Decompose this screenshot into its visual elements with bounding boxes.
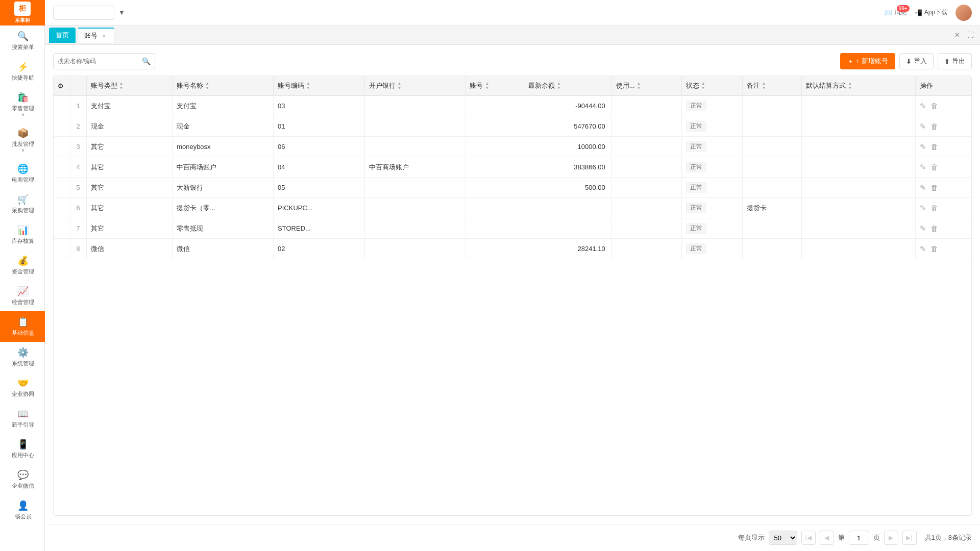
tab-maximize-button[interactable]: ⛶ — [965, 30, 976, 41]
edit-icon[interactable]: ✎ — [920, 244, 926, 254]
row-code: STORED... — [274, 218, 364, 239]
th-usage[interactable]: 使用... ▲▼ — [611, 76, 681, 96]
edit-icon[interactable]: ✎ — [920, 163, 926, 172]
th-default-settlement[interactable]: 默认结算方式 ▲▼ — [802, 76, 916, 96]
page-number-input[interactable] — [849, 531, 869, 545]
topbar-dropdown[interactable]: ▼ — [118, 9, 125, 16]
first-page-button[interactable]: |◀ — [801, 531, 816, 545]
import-button[interactable]: ⬇ 导入 — [899, 53, 934, 69]
table-row: 2 现金 现金 01 547670.00 正常 ✎ 🗑 — [54, 116, 971, 137]
page-size-select[interactable]: 50 100 200 — [769, 531, 797, 545]
row-default-settlement — [802, 96, 916, 116]
retail-icon: 🛍️ — [17, 92, 29, 103]
delete-icon[interactable]: 🗑 — [930, 142, 938, 151]
sidebar-item-search[interactable]: 🔍 搜索菜单 — [0, 26, 45, 56]
sidebar-item-system[interactable]: ⚙️ 系统管理 — [0, 342, 45, 372]
tab-close-button[interactable]: × — [101, 32, 108, 39]
app-logo[interactable]: 柜 乐掌柜 — [0, 0, 45, 26]
tab-controls: ✕ ⛶ — [951, 30, 976, 41]
message-icon: ✉️ — [885, 9, 892, 16]
edit-icon[interactable]: ✎ — [920, 122, 926, 131]
th-balance[interactable]: 最新余额 ▲▼ — [524, 76, 611, 96]
delete-icon[interactable]: 🗑 — [930, 244, 938, 253]
th-status[interactable]: 状态 ▲▼ — [681, 76, 742, 96]
edit-icon[interactable]: ✎ — [920, 183, 926, 192]
row-actions: ✎ 🗑 — [915, 96, 971, 116]
sort-arrows-usage: ▲▼ — [637, 81, 641, 90]
delete-icon[interactable]: 🗑 — [930, 183, 938, 192]
topbar-search-input[interactable] — [53, 6, 114, 20]
delete-icon[interactable]: 🗑 — [930, 204, 938, 212]
app-download-button[interactable]: 📲 App下载 — [915, 8, 947, 17]
edit-icon[interactable]: ✎ — [920, 204, 926, 213]
row-balance: 383866.00 — [524, 157, 611, 178]
th-type[interactable]: 账号类型 ▲▼ — [86, 76, 173, 96]
tabbar: 首页 账号 × ✕ ⛶ — [45, 26, 980, 45]
th-code[interactable]: 账号编码 ▲▼ — [274, 76, 364, 96]
row-bank — [364, 137, 465, 157]
last-page-button[interactable]: ▶| — [902, 531, 917, 545]
sort-arrows-settlement: ▲▼ — [848, 81, 852, 90]
tab-home[interactable]: 首页 — [49, 28, 76, 43]
delete-icon[interactable]: 🗑 — [930, 122, 938, 131]
sidebar-item-retail[interactable]: 🛍️ 零售管理 ▼ — [0, 87, 45, 122]
maximize-icon: ⛶ — [967, 31, 974, 39]
row-status: 正常 — [681, 137, 742, 157]
user-avatar[interactable] — [955, 5, 972, 21]
home-tab-label: 首页 — [56, 31, 69, 40]
th-remark[interactable]: 备注 ▲▼ — [742, 76, 802, 96]
export-icon: ⬆ — [944, 58, 950, 65]
row-code: 02 — [274, 239, 364, 259]
th-name[interactable]: 账号名称 ▲▼ — [173, 76, 274, 96]
search-menu-icon: 🔍 — [17, 31, 29, 42]
message-button[interactable]: ✉️ 消息 99+ — [885, 8, 906, 17]
ecommerce-icon: 🌐 — [17, 163, 29, 174]
sidebar-item-finance[interactable]: 💰 资金管理 — [0, 250, 45, 281]
sidebar-item-purchase[interactable]: 🛒 采购管理 — [0, 189, 45, 219]
page-suffix: 页 — [873, 533, 880, 542]
prev-page-button[interactable]: ◀ — [820, 531, 834, 545]
edit-icon[interactable]: ✎ — [920, 142, 926, 152]
sidebar-item-wechat[interactable]: 💬 企业微信 — [0, 464, 45, 495]
sidebar-item-enterprise[interactable]: 🤝 企业协同 — [0, 372, 45, 403]
enterprise-icon: 🤝 — [17, 378, 29, 389]
edit-icon[interactable]: ✎ — [920, 224, 926, 233]
th-bank[interactable]: 开户银行 ▲▼ — [364, 76, 465, 96]
sidebar-item-inventory[interactable]: 📊 库存核算 — [0, 219, 45, 250]
sidebar-item-app-center[interactable]: 📱 应用中心 — [0, 434, 45, 464]
row-number: 5 — [70, 178, 86, 198]
tab-account[interactable]: 账号 × — [78, 28, 114, 43]
edit-icon[interactable]: ✎ — [920, 102, 926, 111]
tab-minimize-button[interactable]: ✕ — [951, 30, 963, 41]
table-row: 3 其它 moneybosx 06 10000.00 正常 ✎ 🗑 — [54, 137, 971, 157]
main-area: ▼ ✉️ 消息 99+ 📲 App下载 首页 账号 × ✕ — [45, 0, 980, 551]
th-settings[interactable]: ⚙ — [54, 76, 70, 96]
sidebar-item-quick-nav[interactable]: ⚡ 快捷导航 — [0, 56, 45, 87]
sidebar-item-label: 零售管理 — [12, 105, 34, 112]
search-input[interactable] — [58, 58, 142, 65]
sidebar-item-member[interactable]: 👤 畅会员 — [0, 495, 45, 525]
search-icon[interactable]: 🔍 — [142, 57, 151, 65]
sidebar-item-ecommerce[interactable]: 🌐 电商管理 — [0, 158, 45, 189]
search-box: 🔍 — [53, 53, 155, 69]
export-button[interactable]: ⬆ 导出 — [938, 53, 972, 69]
th-account[interactable]: 账号 ▲▼ — [465, 76, 524, 96]
delete-icon[interactable]: 🗑 — [930, 102, 938, 110]
sidebar-item-wholesale[interactable]: 📦 批发管理 ▼ — [0, 122, 45, 158]
row-actions: ✎ 🗑 — [915, 137, 971, 157]
delete-icon[interactable]: 🗑 — [930, 224, 938, 233]
row-remark — [742, 157, 802, 178]
column-settings-icon[interactable]: ⚙ — [58, 82, 64, 90]
sidebar-item-operations[interactable]: 📈 经营管理 — [0, 281, 45, 311]
row-number: 4 — [70, 157, 86, 178]
row-usage — [611, 198, 681, 218]
th-row-num — [70, 76, 86, 96]
sort-arrows-name: ▲▼ — [205, 81, 209, 90]
add-account-button[interactable]: ＋ + 新增账号 — [840, 53, 895, 69]
sidebar-item-guide[interactable]: 📖 新手引导 — [0, 403, 45, 434]
status-badge: 正常 — [686, 223, 706, 234]
row-balance — [524, 198, 611, 218]
next-page-button[interactable]: ▶ — [884, 531, 898, 545]
sidebar-item-basic-info[interactable]: 📋 基础信息 — [0, 311, 45, 342]
delete-icon[interactable]: 🗑 — [930, 163, 938, 171]
